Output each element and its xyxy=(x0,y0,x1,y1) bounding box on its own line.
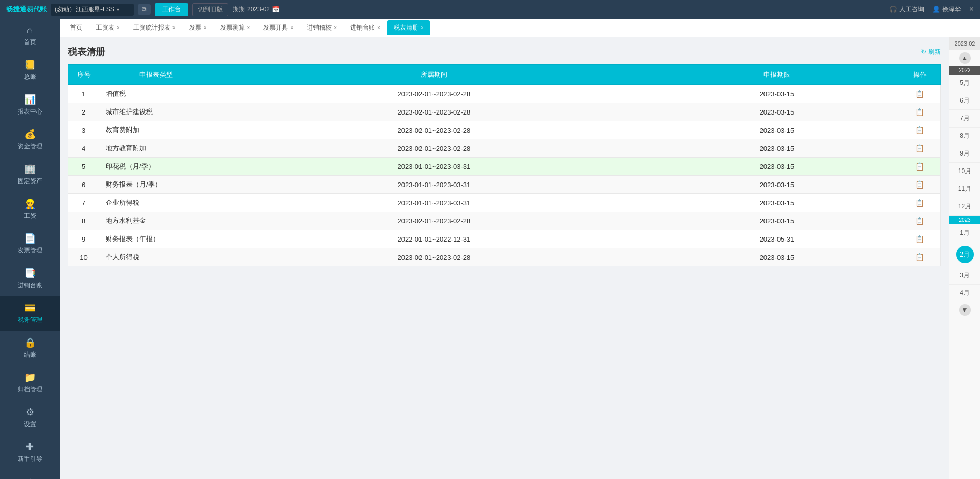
cell-type: 个人所得税 xyxy=(99,248,213,266)
tab-salary-report[interactable]: 工资统计报表 × xyxy=(127,20,182,35)
tab-purchase-ledger-close[interactable]: × xyxy=(377,25,380,31)
month-2023-04[interactable]: 4月 xyxy=(949,285,980,302)
cell-period: 2023-01-01~2023-03-31 xyxy=(213,158,655,176)
sidebar-item-invoice[interactable]: 📄 发票管理 xyxy=(0,227,60,261)
tab-purchase-check[interactable]: 进销稽核 × xyxy=(300,20,343,35)
month-2022-10[interactable]: 10月 xyxy=(949,163,980,180)
cell-deadline: 2023-03-15 xyxy=(655,248,899,266)
table-row: 5印花税（月/季）2023-01-01~2023-03-312023-03-15… xyxy=(68,158,941,176)
month-2023-01[interactable]: 1月 xyxy=(949,224,980,242)
company-name: (勿动）江西服垦-LSS xyxy=(55,5,114,14)
cell-period: 2023-02-01~2023-02-28 xyxy=(213,139,655,158)
tab-invoice-query[interactable]: 发票测算 × xyxy=(214,20,256,35)
sidebar-label-close: 结账 xyxy=(24,350,36,359)
tab-salary-close[interactable]: × xyxy=(117,25,120,31)
cell-deadline: 2023-03-15 xyxy=(655,158,899,176)
month-2022-12[interactable]: 12月 xyxy=(949,198,980,216)
user-avatar[interactable]: 👤 徐泽华 xyxy=(932,5,961,14)
month-2022-05[interactable]: 5月 xyxy=(949,75,980,92)
cell-seq: 8 xyxy=(68,212,99,230)
sidebar-item-close[interactable]: 🔒 结账 xyxy=(0,331,60,365)
tab-purchase-ledger[interactable]: 进销台账 × xyxy=(344,20,386,35)
action-icon[interactable]: 📋 xyxy=(915,217,924,225)
calendar-next-nav[interactable]: ▼ xyxy=(949,302,980,318)
action-icon[interactable]: 📋 xyxy=(915,253,924,261)
period-label-area: 期期 2023-02 📅 xyxy=(233,5,280,14)
calendar-prev-btn[interactable]: ▲ xyxy=(959,52,971,64)
sidebar-item-purchase[interactable]: 📑 进销台账 xyxy=(0,261,60,296)
main-panel: 税表清册 ↻ 刷新 序号 申报表类型 所属期间 申报期限 操作 xyxy=(60,37,949,479)
action-icon[interactable]: 📋 xyxy=(915,90,924,98)
action-icon[interactable]: 📋 xyxy=(915,199,924,207)
cell-type: 地方水利基金 xyxy=(99,212,213,230)
action-icon[interactable]: 📋 xyxy=(915,126,924,134)
month-2023-02-active[interactable]: 2月 xyxy=(956,246,974,263)
settings-icon: ⚙ xyxy=(26,406,34,418)
cell-type: 地方教育附加 xyxy=(99,139,213,158)
cell-period: 2023-02-01~2023-02-28 xyxy=(213,212,655,230)
month-2022-09[interactable]: 9月 xyxy=(949,145,980,163)
sidebar-label-fund: 资金管理 xyxy=(18,142,42,151)
company-selector[interactable]: (勿动）江西服垦-LSS ▾ xyxy=(51,4,134,16)
cell-period: 2023-02-01~2023-02-28 xyxy=(213,103,655,121)
tab-salary[interactable]: 工资表 × xyxy=(90,20,126,35)
window-close-btn[interactable]: × xyxy=(969,5,974,14)
table-row: 3教育费附加2023-02-01~2023-02-282023-03-15📋 xyxy=(68,121,941,139)
action-icon[interactable]: 📋 xyxy=(915,144,924,152)
cell-deadline: 2023-03-15 xyxy=(655,176,899,194)
calendar-prev-nav[interactable]: ▲ xyxy=(949,50,980,66)
switch-version-button[interactable]: 切到旧版 xyxy=(192,3,228,16)
workbench-button[interactable]: 工作台 xyxy=(155,3,188,16)
col-seq: 序号 xyxy=(68,65,99,85)
sidebar-item-tax[interactable]: 💳 税务管理 xyxy=(0,296,60,331)
action-icon[interactable]: 📋 xyxy=(915,235,924,243)
tab-invoice-open-close[interactable]: × xyxy=(290,25,293,31)
tab-purchase-check-close[interactable]: × xyxy=(334,25,337,31)
page-title: 税表清册 xyxy=(68,46,105,58)
cell-action: 📋 xyxy=(899,248,941,266)
tab-tax-clear-close[interactable]: × xyxy=(421,25,424,31)
cell-period: 2022-01-01~2022-12-31 xyxy=(213,230,655,248)
sidebar-item-home[interactable]: ⌂ 首页 xyxy=(0,19,60,53)
sidebar-item-ledger[interactable]: 📒 总账 xyxy=(0,53,60,88)
cell-action: 📋 xyxy=(899,85,941,103)
action-icon[interactable]: 📋 xyxy=(915,162,924,171)
sidebar-item-settings[interactable]: ⚙ 设置 xyxy=(0,400,60,435)
sidebar-item-vip[interactable]: ◆ 畅会员 xyxy=(0,470,60,479)
sidebar-item-archive[interactable]: 📁 归档管理 xyxy=(0,365,60,400)
sidebar-item-fund[interactable]: 💰 资金管理 xyxy=(0,122,60,157)
action-icon[interactable]: 📋 xyxy=(915,180,924,189)
tab-invoice-open[interactable]: 发票开具 × xyxy=(257,20,299,35)
month-2022-06[interactable]: 6月 xyxy=(949,92,980,110)
month-2022-08[interactable]: 8月 xyxy=(949,128,980,145)
sidebar-label-salary: 工资 xyxy=(24,212,36,220)
action-icon[interactable]: 📋 xyxy=(915,108,924,116)
period-calendar-icon[interactable]: 📅 xyxy=(272,6,280,13)
sidebar-item-asset[interactable]: 🏢 固定资产 xyxy=(0,157,60,192)
cell-action: 📋 xyxy=(899,212,941,230)
tab-salary-report-close[interactable]: × xyxy=(172,25,176,31)
month-2022-07[interactable]: 7月 xyxy=(949,110,980,128)
refresh-icon: ↻ xyxy=(921,48,926,55)
tab-invoice-query-close[interactable]: × xyxy=(247,25,250,31)
sidebar-item-report[interactable]: 📊 报表中心 xyxy=(0,88,60,122)
sidebar-label-report: 报表中心 xyxy=(18,107,42,116)
month-2023-03[interactable]: 3月 xyxy=(949,267,980,285)
cell-seq: 9 xyxy=(68,230,99,248)
sidebar-label-archive: 归档管理 xyxy=(18,385,42,394)
report-icon: 📊 xyxy=(24,94,36,105)
human-service-btn[interactable]: 🎧 人工咨询 xyxy=(889,5,924,14)
top-bar-right: 🎧 人工咨询 👤 徐泽华 × xyxy=(889,5,974,14)
tab-home[interactable]: 首页 xyxy=(64,20,89,35)
purchase-icon: 📑 xyxy=(24,267,36,279)
copy-button[interactable]: ⧉ xyxy=(138,4,151,15)
sidebar-item-guide[interactable]: ✚ 新手引导 xyxy=(0,435,60,470)
sidebar-item-salary[interactable]: 👷 工资 xyxy=(0,192,60,227)
calendar-next-btn[interactable]: ▼ xyxy=(959,304,971,316)
tab-invoice[interactable]: 发票 × xyxy=(183,20,213,35)
archive-icon: 📁 xyxy=(24,372,36,383)
tab-invoice-close[interactable]: × xyxy=(204,25,207,31)
month-2022-11[interactable]: 11月 xyxy=(949,180,980,198)
tab-tax-clear[interactable]: 税表清册 × xyxy=(387,20,430,35)
refresh-button[interactable]: ↻ 刷新 xyxy=(921,48,941,57)
